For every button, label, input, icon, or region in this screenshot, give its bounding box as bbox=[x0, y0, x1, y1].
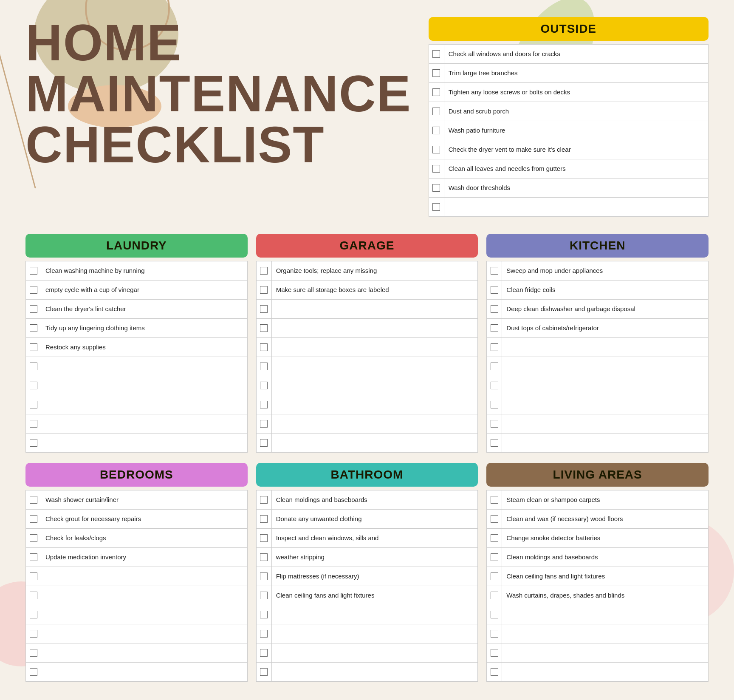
checklist-item-text: Clean fridge coils bbox=[502, 283, 708, 297]
checkbox[interactable] bbox=[260, 324, 268, 332]
checkbox[interactable] bbox=[30, 572, 37, 580]
checkbox[interactable] bbox=[30, 286, 37, 294]
checkbox[interactable] bbox=[260, 534, 268, 542]
checkbox[interactable] bbox=[260, 267, 268, 275]
checklist-item-text: Steam clean or shampoo carpets bbox=[502, 493, 708, 507]
checkbox[interactable] bbox=[30, 649, 37, 657]
checkbox[interactable] bbox=[260, 553, 268, 561]
checkbox[interactable] bbox=[260, 515, 268, 523]
table-row bbox=[256, 414, 478, 434]
checkbox[interactable] bbox=[491, 649, 498, 657]
checkbox-cell bbox=[26, 319, 41, 337]
checkbox[interactable] bbox=[491, 343, 498, 351]
checkbox[interactable] bbox=[491, 668, 498, 676]
checkbox[interactable] bbox=[260, 496, 268, 504]
checkbox[interactable] bbox=[491, 363, 498, 370]
checkbox[interactable] bbox=[260, 343, 268, 351]
checkbox[interactable] bbox=[30, 630, 37, 638]
checkbox[interactable] bbox=[432, 127, 440, 134]
table-row: Check grout for necessary repairs bbox=[25, 510, 248, 529]
checkbox[interactable] bbox=[260, 286, 268, 294]
checkbox-cell bbox=[257, 300, 272, 318]
checkbox[interactable] bbox=[260, 572, 268, 580]
checkbox[interactable] bbox=[491, 305, 498, 313]
checkbox-cell bbox=[26, 548, 41, 567]
checkbox[interactable] bbox=[491, 420, 498, 428]
checklist-item-text: Clean moldings and baseboards bbox=[272, 493, 478, 507]
checkbox-cell bbox=[26, 529, 41, 547]
table-row bbox=[486, 338, 709, 357]
checkbox[interactable] bbox=[260, 630, 268, 638]
title-block: HOME MAINTENANCE CHECKLIST bbox=[25, 17, 412, 170]
checkbox[interactable] bbox=[30, 420, 37, 428]
checkbox-cell bbox=[26, 395, 41, 414]
checkbox[interactable] bbox=[432, 88, 440, 96]
checkbox[interactable] bbox=[30, 324, 37, 332]
checkbox[interactable] bbox=[491, 611, 498, 618]
garage-header: GARAGE bbox=[256, 234, 478, 258]
checkbox[interactable] bbox=[491, 267, 498, 275]
checkbox[interactable] bbox=[432, 184, 440, 192]
checkbox[interactable] bbox=[432, 146, 440, 153]
checkbox[interactable] bbox=[491, 534, 498, 542]
checkbox[interactable] bbox=[432, 203, 440, 211]
checkbox[interactable] bbox=[491, 439, 498, 447]
checkbox[interactable] bbox=[491, 324, 498, 332]
checkbox[interactable] bbox=[491, 515, 498, 523]
checkbox[interactable] bbox=[30, 267, 37, 275]
checkbox[interactable] bbox=[491, 553, 498, 561]
checkbox[interactable] bbox=[432, 165, 440, 173]
checkbox[interactable] bbox=[30, 515, 37, 523]
checkbox-cell bbox=[487, 624, 502, 643]
checkbox-cell bbox=[257, 281, 272, 299]
checkbox[interactable] bbox=[491, 572, 498, 580]
checkbox[interactable] bbox=[260, 382, 268, 389]
checkbox[interactable] bbox=[260, 611, 268, 618]
checkbox[interactable] bbox=[30, 611, 37, 618]
checkbox[interactable] bbox=[491, 382, 498, 389]
table-row: Flip mattresses (if necessary) bbox=[256, 567, 478, 586]
table-row bbox=[25, 663, 248, 682]
table-row bbox=[256, 643, 478, 663]
checkbox[interactable] bbox=[432, 69, 440, 77]
checkbox[interactable] bbox=[260, 305, 268, 313]
checkbox[interactable] bbox=[30, 496, 37, 504]
checkbox-cell bbox=[257, 529, 272, 547]
table-row bbox=[25, 605, 248, 624]
checkbox[interactable] bbox=[432, 50, 440, 58]
checklist-item-text: Wash door thresholds bbox=[444, 181, 708, 195]
checkbox[interactable] bbox=[260, 668, 268, 676]
checkbox-cell bbox=[26, 643, 41, 662]
checkbox[interactable] bbox=[30, 668, 37, 676]
checkbox-cell bbox=[26, 338, 41, 357]
checkbox[interactable] bbox=[30, 382, 37, 389]
checklist-item-text: Wash patio furniture bbox=[444, 124, 708, 137]
checkbox[interactable] bbox=[30, 343, 37, 351]
checkbox[interactable] bbox=[260, 649, 268, 657]
checkbox[interactable] bbox=[491, 401, 498, 408]
checkbox[interactable] bbox=[30, 592, 37, 599]
checkbox[interactable] bbox=[491, 496, 498, 504]
checkbox[interactable] bbox=[30, 439, 37, 447]
checkbox[interactable] bbox=[491, 630, 498, 638]
checkbox[interactable] bbox=[432, 108, 440, 115]
table-row: Wash patio furniture bbox=[429, 121, 709, 140]
table-row bbox=[256, 624, 478, 643]
checklist-item-text bbox=[41, 612, 247, 617]
checkbox[interactable] bbox=[491, 286, 498, 294]
checkbox[interactable] bbox=[30, 305, 37, 313]
checkbox-cell bbox=[487, 567, 502, 586]
checkbox[interactable] bbox=[260, 363, 268, 370]
checkbox[interactable] bbox=[30, 553, 37, 561]
checkbox[interactable] bbox=[30, 534, 37, 542]
checklist-item-text: Tighten any loose screws or bolts on dec… bbox=[444, 85, 708, 99]
checkbox[interactable] bbox=[491, 592, 498, 599]
checklist-item-text bbox=[502, 631, 708, 636]
checkbox[interactable] bbox=[260, 420, 268, 428]
bathroom-header: BATHROOM bbox=[256, 463, 478, 487]
checkbox[interactable] bbox=[30, 401, 37, 408]
checkbox[interactable] bbox=[30, 363, 37, 370]
checkbox[interactable] bbox=[260, 401, 268, 408]
checkbox[interactable] bbox=[260, 592, 268, 599]
checkbox[interactable] bbox=[260, 439, 268, 447]
